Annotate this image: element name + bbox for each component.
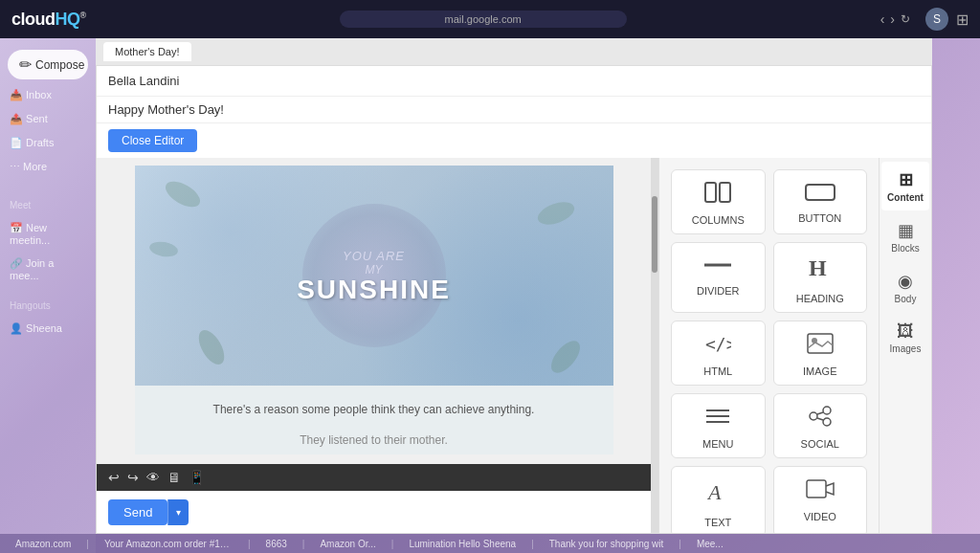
svg-rect-6 (808, 334, 833, 353)
taskbar-tab-2[interactable]: Your Amazon.com order #111... (97, 539, 240, 549)
svg-text:</>: </> (705, 334, 731, 354)
tab-content[interactable]: ⊞ Content (881, 162, 929, 210)
block-item-html[interactable]: </> HTML (671, 321, 766, 386)
editor-toolbar: Close Editor (97, 123, 931, 158)
sunshine-main-text: SUNSHINE (297, 276, 451, 303)
sidebar-item-join-meeting[interactable]: 🔗 Join a mee... (0, 252, 96, 287)
compose-button[interactable]: ✏ Compose (8, 50, 88, 79)
send-bar: Send ▾ (97, 491, 651, 533)
main-content-area: Mother's Day! Bella Landini Happy Mother… (96, 38, 932, 534)
send-button-group: Send ▾ (108, 499, 189, 525)
gmail-sidebar: ✏ Compose 📥 Inbox 📤 Sent 📄 Drafts ⋯ More… (0, 38, 96, 553)
email-body-text-2: They listened to their mother. (150, 433, 598, 447)
panel-tab-buttons: ⊞ Content ▦ Blocks ◉ Body 🖼 Images (879, 158, 931, 533)
sidebar-hangouts: Hangouts (0, 295, 96, 317)
block-divider-label: DIVIDER (697, 285, 740, 297)
nav-forward[interactable]: › (890, 11, 895, 27)
nav-back[interactable]: ‹ (880, 11, 885, 27)
block-item-heading[interactable]: H HEADING (773, 242, 868, 313)
active-tab[interactable]: Mother's Day! (103, 42, 191, 61)
svg-rect-0 (705, 183, 716, 202)
block-item-divider[interactable]: DIVIDER (671, 242, 766, 313)
browser-address-bar[interactable]: mail.google.com (340, 11, 627, 28)
social-icon (806, 406, 835, 432)
blocks-tab-label: Blocks (891, 243, 919, 254)
undo-button[interactable]: ↩ (108, 470, 120, 485)
block-image-label: IMAGE (803, 365, 836, 377)
taskbar-tab-3[interactable]: 8663 (258, 539, 295, 549)
top-bar: cloudHQ® mail.google.com ‹ › ↻ S ⊞ (0, 0, 980, 38)
svg-line-15 (817, 418, 823, 420)
close-editor-button[interactable]: Close Editor (108, 129, 197, 152)
logo: cloudHQ® (11, 10, 86, 30)
refresh-icon[interactable]: ↻ (901, 12, 910, 26)
block-item-columns[interactable]: COLUMNS (671, 169, 766, 234)
preview-button[interactable]: 👁 (146, 470, 160, 485)
svg-text:A: A (706, 480, 722, 504)
content-tab-icon: ⊞ (899, 169, 913, 190)
sidebar-item-drafts[interactable]: 📄 Drafts (0, 131, 96, 155)
sidebar-item-sheena[interactable]: 👤 Sheena (0, 317, 96, 341)
send-button[interactable]: Send (108, 499, 167, 525)
video-icon (806, 478, 835, 505)
tab-images[interactable]: 🖼 Images (881, 314, 929, 362)
text-icon: A (704, 478, 731, 511)
mobile-view-button[interactable]: 📱 (189, 470, 205, 485)
block-item-social[interactable]: SOCIAL (773, 393, 868, 458)
block-item-button[interactable]: BUTTON (773, 169, 868, 234)
send-dropdown-button[interactable]: ▾ (167, 499, 189, 525)
block-heading-label: HEADING (796, 293, 844, 304)
subject-field[interactable]: Happy Mother's Day! (97, 97, 931, 123)
email-image-section: YOU ARE MY SUNSHINE (135, 166, 613, 386)
block-columns-label: COLUMNS (692, 214, 745, 226)
canvas-container: YOU ARE MY SUNSHINE There's a reason som… (97, 158, 651, 533)
content-tab-label: Content (887, 192, 924, 203)
block-item-menu[interactable]: MENU (671, 393, 766, 458)
columns-icon (704, 182, 731, 209)
images-tab-label: Images (890, 343, 922, 354)
sidebar-item-more[interactable]: ⋯ More (0, 155, 96, 179)
block-item-image[interactable]: IMAGE (773, 321, 868, 386)
block-html-label: HTML (703, 365, 732, 377)
tab-body[interactable]: ◉ Body (881, 263, 929, 312)
svg-text:H: H (809, 255, 827, 280)
sidebar-item-new-meeting[interactable]: 📅 New meetin... (0, 216, 96, 252)
to-field[interactable]: Bella Landini (97, 66, 931, 97)
sidebar-section-meet: Meet (0, 194, 96, 216)
email-body-preview: They listened to their mother. (135, 433, 613, 454)
email-text-section: There's a reason some people think they … (135, 386, 613, 433)
taskbar-tab-7[interactable]: Mee... (689, 539, 731, 549)
taskbar-tab-4[interactable]: Amazon Or... (312, 539, 383, 549)
block-item-text[interactable]: A TEXT (671, 466, 766, 533)
redo-button[interactable]: ↪ (127, 470, 139, 485)
editor-action-bar: ↩ ↪ 👁 🖥 📱 (97, 464, 651, 491)
taskbar-tab-6[interactable]: Thank you for shopping wit (542, 539, 672, 549)
apps-icon[interactable]: ⊞ (956, 11, 969, 29)
button-icon (805, 182, 835, 207)
canvas-scrollbar[interactable] (651, 158, 658, 533)
tab-blocks[interactable]: ▦ Blocks (881, 212, 929, 261)
desktop-view-button[interactable]: 🖥 (167, 470, 181, 485)
bottom-taskbar: Amazon.com | Your Amazon.com order #111.… (0, 534, 980, 553)
block-text-label: TEXT (704, 517, 731, 528)
email-body-text-1: There's a reason some people think they … (150, 401, 598, 418)
sunshine-you-text: YOU ARE (343, 249, 405, 263)
email-content-block: YOU ARE MY SUNSHINE There's a reason som… (135, 166, 613, 454)
svg-point-11 (810, 412, 817, 420)
canvas-scroll-thumb (652, 196, 657, 273)
image-icon (807, 333, 834, 360)
sidebar-item-sent[interactable]: 📤 Sent (0, 107, 96, 131)
taskbar-tab-1[interactable]: Amazon.com (8, 539, 78, 549)
svg-rect-17 (807, 480, 826, 498)
taskbar-tab-5[interactable]: Lumination Hello Sheena (401, 539, 523, 549)
user-avatar[interactable]: S (925, 8, 948, 31)
block-social-label: SOCIAL (801, 438, 839, 450)
block-item-video[interactable]: VIDEO (773, 466, 868, 533)
sidebar-item-inbox[interactable]: 📥 Inbox (0, 83, 96, 107)
images-tab-icon: 🖼 (897, 321, 914, 342)
svg-rect-1 (720, 183, 730, 202)
email-canvas[interactable]: YOU ARE MY SUNSHINE There's a reason som… (97, 158, 651, 464)
block-button-label: BUTTON (798, 212, 841, 224)
html-icon: </> (704, 333, 731, 360)
blocks-panel: COLUMNS BUTTON (658, 158, 879, 533)
